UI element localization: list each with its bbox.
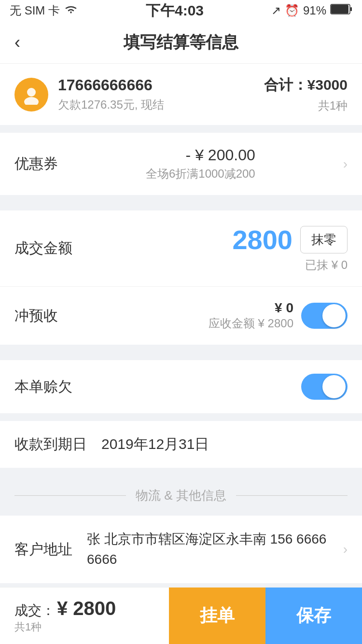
total-amount: 合计：¥3000 — [264, 75, 348, 95]
save-button[interactable]: 保存 — [265, 588, 362, 644]
customer-info-row: 17666666666 欠款1276.35元, 现结 合计：¥3000 共1种 — [0, 64, 362, 125]
deferred-toggle[interactable] — [301, 374, 348, 400]
duedate-value: 2019年12月31日 — [101, 434, 209, 454]
round-button[interactable]: 抹零 — [300, 226, 348, 253]
deferred-label: 本单赊欠 — [14, 377, 72, 397]
discount-desc: 全场6折满1000减200 — [146, 166, 255, 182]
discount-right: - ¥ 200.00 全场6折满1000减200 — [146, 146, 255, 182]
transaction-label: 成交金额 — [14, 238, 72, 258]
section-divider: 物流 & 其他信息 — [0, 476, 362, 516]
customer-details: 17666666666 欠款1276.35元, 现结 — [58, 76, 264, 112]
bottom-summary: 成交： ¥ 2800 共1种 — [0, 598, 169, 634]
location-icon: ↗ — [271, 4, 281, 17]
address-value: 张 北京市市辖区海淀区永丰南 156 6666 6666 — [87, 529, 343, 570]
discount-amount: - ¥ 200.00 — [146, 146, 255, 164]
address-chevron: › — [343, 542, 348, 557]
page-title: 填写结算等信息 — [43, 31, 319, 54]
status-bar: 无 SIM 卡 下午4:03 ↗ ⏰ 91% — [0, 0, 362, 21]
customer-total: 合计：¥3000 共1种 — [264, 75, 348, 113]
avatar — [14, 78, 48, 112]
hang-button[interactable]: 挂单 — [169, 588, 265, 644]
divider-text: 物流 & 其他信息 — [136, 487, 226, 504]
divider-left — [14, 495, 126, 496]
precharge-values: ¥ 0 应收金额 ¥ 2800 — [209, 300, 293, 331]
bottom-bar: 成交： ¥ 2800 共1种 挂单 保存 — [0, 587, 362, 644]
status-left: 无 SIM 卡 — [10, 3, 78, 18]
total-sub: 共1种 — [264, 98, 348, 113]
toggle-knob — [322, 304, 346, 327]
status-time: 下午4:03 — [146, 1, 204, 21]
transaction-section: 成交金额 2800 抹零 已抹 ¥ 0 冲预收 ¥ 0 应收金额 ¥ 2800 — [0, 210, 362, 345]
transaction-amount: 2800 — [232, 224, 292, 255]
precharge-amount: ¥ 0 — [209, 300, 293, 316]
status-right: ↗ ⏰ 91% — [271, 4, 352, 17]
wifi-icon — [64, 4, 78, 17]
duedate-row: 收款到期日 2019年12月31日 — [0, 421, 362, 468]
bottom-trade-line: 成交： ¥ 2800 — [14, 598, 154, 620]
svg-point-4 — [24, 97, 39, 105]
transaction-sub: 已抹 ¥ 0 — [232, 257, 348, 273]
address-label: 客户地址 — [14, 540, 72, 560]
nav-bar: ‹ 填写结算等信息 — [0, 21, 362, 64]
discount-chevron: › — [343, 156, 348, 172]
svg-rect-2 — [350, 7, 352, 11]
precharge-row: 冲预收 ¥ 0 应收金额 ¥ 2800 — [0, 287, 362, 345]
bottom-trade-amount: ¥ 2800 — [57, 598, 116, 619]
bottom-trade-sub: 共1种 — [14, 620, 154, 634]
address-row[interactable]: 客户地址 张 北京市市辖区海淀区永丰南 156 6666 6666 › — [0, 516, 362, 583]
duedate-label: 收款到期日 — [14, 434, 87, 454]
svg-rect-1 — [331, 5, 348, 14]
transaction-row: 成交金额 2800 抹零 已抹 ¥ 0 — [0, 210, 362, 287]
back-button[interactable]: ‹ — [14, 32, 43, 53]
precharge-label: 冲预收 — [14, 306, 58, 326]
precharge-toggle[interactable] — [301, 303, 348, 329]
precharge-sub: 应收金额 ¥ 2800 — [209, 316, 293, 331]
customer-phone: 17666666666 — [58, 76, 264, 94]
deferred-toggle-knob — [322, 375, 346, 398]
deferred-row: 本单赊欠 — [0, 360, 362, 413]
battery-icon — [330, 4, 352, 17]
bottom-trade-label: 成交： — [14, 602, 55, 620]
discount-row[interactable]: 优惠券 - ¥ 200.00 全场6折满1000减200 › — [0, 133, 362, 195]
discount-label: 优惠券 — [14, 154, 58, 174]
battery-percent: 91% — [303, 4, 326, 17]
transaction-right: 2800 抹零 — [232, 224, 348, 255]
precharge-right: ¥ 0 应收金额 ¥ 2800 — [209, 300, 348, 331]
customer-subtext: 欠款1276.35元, 现结 — [58, 97, 264, 112]
sim-status: 无 SIM 卡 — [10, 3, 60, 18]
svg-point-3 — [27, 88, 36, 97]
alarm-icon: ⏰ — [285, 4, 299, 17]
divider-right — [236, 495, 348, 496]
